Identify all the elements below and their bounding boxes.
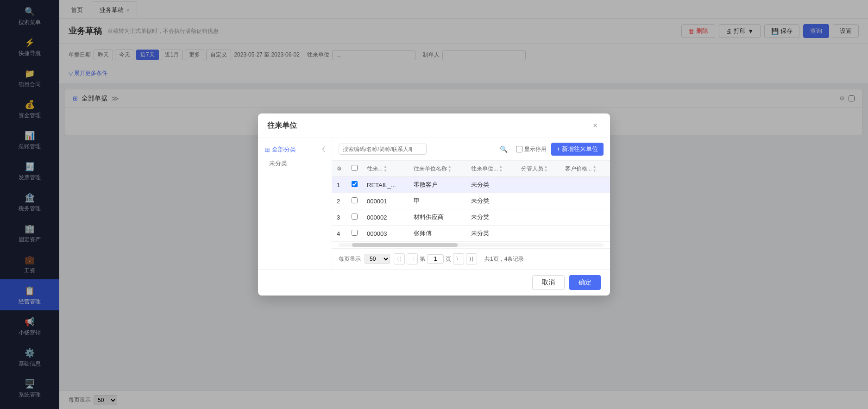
dialog-body: ⊞ 全部分类 《 未分类 🔍 显示停用 xyxy=(258,138,610,269)
row-checkbox xyxy=(347,209,362,226)
row-select-checkbox[interactable] xyxy=(352,197,358,203)
category-item-unclassified[interactable]: 未分类 xyxy=(258,156,332,171)
row-name: 甲 xyxy=(409,193,466,209)
prev-page-button[interactable]: 〈 xyxy=(407,253,418,264)
data-toolbar: 🔍 显示停用 + 新增往来单位 xyxy=(332,138,610,161)
scrollbar-thumb xyxy=(352,243,458,247)
per-page-label: 每页显示 xyxy=(339,255,361,263)
per-page-select[interactable]: 50 100 xyxy=(365,254,390,264)
show-disabled-checkbox[interactable] xyxy=(516,146,522,152)
partner-search-input[interactable] xyxy=(339,144,427,155)
page-suffix: 页 xyxy=(446,255,451,263)
show-disabled-toggle[interactable]: 显示停用 xyxy=(516,145,547,153)
last-page-button[interactable]: ⟩⟩ xyxy=(466,253,477,264)
col-settings-header: ⚙ xyxy=(332,161,347,177)
row-settings: 1 xyxy=(332,177,347,193)
confirm-button[interactable]: 确定 xyxy=(569,275,601,290)
category-header: ⊞ 全部分类 《 xyxy=(258,144,332,156)
row-name: 零散客户 xyxy=(409,177,466,193)
category-grid-icon: ⊞ xyxy=(264,146,270,153)
pagination: 每页显示 50 100 ⟨⟨ 〈 第 页 〉 ⟩⟩ 共1页，4条记录 xyxy=(332,248,610,269)
table-row[interactable]: 3 000002 材料供应商 未分类 xyxy=(332,209,610,226)
row-settings: 4 xyxy=(332,226,347,242)
page-nav: ⟨⟨ 〈 第 页 〉 ⟩⟩ xyxy=(394,253,477,264)
table-row[interactable]: 1 RETAIL_... 零散客户 未分类 xyxy=(332,177,610,193)
overlay[interactable]: 往来单位 × ⊞ 全部分类 《 未分类 xyxy=(0,0,868,409)
dialog-header: 往来单位 × xyxy=(258,113,610,138)
col-manager-header: 分管人员▲▼ xyxy=(516,161,560,177)
category-collapse-icon[interactable]: 《 xyxy=(319,145,325,154)
row-manager xyxy=(516,209,560,226)
row-manager xyxy=(516,193,560,209)
row-price xyxy=(560,177,610,193)
row-checkbox xyxy=(347,177,362,193)
search-wrapper: 🔍 xyxy=(339,144,511,155)
col-price-header: 客户价格...▲▼ xyxy=(560,161,610,177)
new-partner-button[interactable]: + 新增往来单位 xyxy=(551,143,604,156)
col-name-header: 往来单位名称▲▼ xyxy=(409,161,466,177)
col-checkbox-header xyxy=(347,161,362,177)
search-magnifier-icon: 🔍 xyxy=(500,145,508,153)
row-checkbox xyxy=(347,226,362,242)
row-checkbox xyxy=(347,193,362,209)
row-select-checkbox[interactable] xyxy=(352,214,358,220)
col-code-header: 往来...▲▼ xyxy=(362,161,409,177)
table-select-all[interactable] xyxy=(352,165,358,171)
next-page-button[interactable]: 〉 xyxy=(453,253,464,264)
row-settings: 3 xyxy=(332,209,347,226)
dialog-partner: 往来单位 × ⊞ 全部分类 《 未分类 xyxy=(258,113,610,296)
row-price xyxy=(560,226,610,242)
row-select-checkbox[interactable] xyxy=(352,181,358,187)
row-category: 未分类 xyxy=(466,226,516,242)
row-price xyxy=(560,193,610,209)
table-row[interactable]: 4 000003 张师傅 未分类 xyxy=(332,226,610,242)
page-prefix: 第 xyxy=(420,255,425,263)
row-category: 未分类 xyxy=(466,209,516,226)
horizontal-scrollbar-area xyxy=(332,242,610,248)
row-select-checkbox[interactable] xyxy=(352,230,358,236)
row-settings: 2 xyxy=(332,193,347,209)
dialog-footer: 取消 确定 xyxy=(258,269,610,296)
partner-table: ⚙ 往来...▲▼ 往来单位名称▲▼ xyxy=(332,161,610,242)
row-name: 材料供应商 xyxy=(409,209,466,226)
row-code: 000002 xyxy=(362,209,409,226)
category-panel: ⊞ 全部分类 《 未分类 xyxy=(258,138,332,269)
horizontal-scrollbar[interactable] xyxy=(339,243,604,247)
page-total: 共1页，4条记录 xyxy=(484,255,524,263)
data-panel: 🔍 显示停用 + 新增往来单位 ⚙ xyxy=(332,138,610,269)
row-code: 000001 xyxy=(362,193,409,209)
dialog-title: 往来单位 xyxy=(267,121,297,131)
row-name: 张师傅 xyxy=(409,226,466,242)
col-category-header: 往来单位...▲▼ xyxy=(466,161,516,177)
page-number-input[interactable] xyxy=(427,254,444,264)
table-row[interactable]: 2 000001 甲 未分类 xyxy=(332,193,610,209)
row-price xyxy=(560,209,610,226)
row-category: 未分类 xyxy=(466,177,516,193)
row-code: 000003 xyxy=(362,226,409,242)
row-code: RETAIL_... xyxy=(362,177,409,193)
cancel-button[interactable]: 取消 xyxy=(532,275,565,290)
row-category: 未分类 xyxy=(466,193,516,209)
dialog-close-button[interactable]: × xyxy=(590,120,601,131)
row-manager xyxy=(516,226,560,242)
first-page-button[interactable]: ⟨⟨ xyxy=(394,253,405,264)
row-manager xyxy=(516,177,560,193)
